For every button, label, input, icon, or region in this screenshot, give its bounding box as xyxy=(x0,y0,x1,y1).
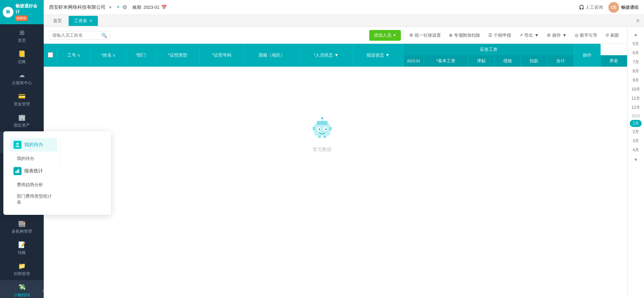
user-info[interactable]: CE 畅捷通组 xyxy=(608,2,639,13)
th-employee-id: 工号 ⇅ xyxy=(57,44,90,67)
month-1[interactable]: 1月 xyxy=(630,120,642,127)
operations-dropdown-icon: ▼ xyxy=(562,33,567,38)
month-sidebar: ▲ 5月 6月 7月 8月 9月 10月 11月 12月 2023 1月 2月 … xyxy=(627,27,644,298)
th-deduction: 扣款 xyxy=(521,55,547,67)
multi-org-icon: 🏬 xyxy=(18,220,26,227)
tab-salary[interactable]: 工资表 ✕ xyxy=(69,16,98,26)
export-button[interactable]: ↗ 导出 ▼ xyxy=(517,31,541,40)
select-all-checkbox[interactable] xyxy=(48,52,53,58)
th-pension: 养老 xyxy=(601,55,627,67)
tax-report-button[interactable]: ☰ 个税申报 xyxy=(486,31,514,40)
th-report-status: 报送状态 ▼ xyxy=(353,44,403,67)
month-6[interactable]: 6月 xyxy=(630,49,642,57)
tab-bar: 首页 工资表 ✕ ✕ xyxy=(44,15,644,27)
tax-deduction-button[interactable]: ⊕ 专项附加扣除 xyxy=(446,31,483,40)
operations-icon: ⚙ xyxy=(547,33,551,38)
sidebar-label-expense: 小畅报销 xyxy=(14,292,30,298)
topbar: 西安虾米网络科技有限公司 ▼ + ⚙ 账期 2023-01 📅 🎧 人工咨询 C… xyxy=(44,0,644,15)
th-name: *姓名 ⇅ xyxy=(90,44,126,67)
my-tasks-icon xyxy=(13,141,22,149)
guide-button[interactable]: ◎ 新手引导 xyxy=(572,31,600,40)
svg-point-5 xyxy=(325,128,327,130)
tab-salary-label: 工资表 xyxy=(74,18,87,24)
sidebar-label-multi-org: 多机构管理 xyxy=(12,229,32,234)
dropdown-arrow-icon: ▼ xyxy=(393,33,396,37)
svg-rect-6 xyxy=(313,127,315,131)
th-id-type: *证照类型 xyxy=(156,44,200,67)
guide-icon: ◎ xyxy=(575,33,578,38)
period-label: 账期 xyxy=(132,4,141,10)
content-main: 🔍 添加人员 ▼ ⚙ 统一社保设置 ⊕ xyxy=(44,27,627,298)
calendar-icon[interactable]: 📅 xyxy=(161,5,167,10)
sidebar-item-home[interactable]: ⊞ 首页 xyxy=(0,26,44,47)
add-person-button[interactable]: 添加人员 ▼ xyxy=(369,30,401,41)
popup-item-cost-trend[interactable]: 费用趋势分析 xyxy=(10,179,57,191)
add-company-button[interactable]: + xyxy=(116,4,120,11)
month-10[interactable]: 10月 xyxy=(629,85,643,94)
month-3[interactable]: 3月 xyxy=(630,137,642,145)
user-name: 畅捷通组 xyxy=(621,4,639,10)
social-security-icon: ⚙ xyxy=(409,33,413,38)
sidebar-item-archive[interactable]: 📁 归档管理 xyxy=(0,259,44,280)
popup-item-dept-cost[interactable]: 部门费用类型统计表 xyxy=(10,191,57,208)
sidebar-label-archive: 归档管理 xyxy=(14,271,30,277)
main-content: 西安虾米网络科技有限公司 ▼ + ⚙ 账期 2023-01 📅 🎧 人工咨询 C… xyxy=(44,0,644,298)
th-person-status: *人员状态 ▼ xyxy=(300,44,353,67)
app-logo[interactable]: 畅 畅捷通好会计 旗舰版 xyxy=(0,0,44,24)
month-nav-up[interactable]: ▲ xyxy=(631,30,641,39)
month-2[interactable]: 2月 xyxy=(630,128,642,136)
sidebar-item-fund[interactable]: 💳 资金管理 xyxy=(0,89,44,110)
svg-rect-8 xyxy=(318,136,321,138)
month-5[interactable]: 5月 xyxy=(630,40,642,48)
period-value: 2023-01 xyxy=(143,5,159,10)
dept-cost-label: 部门费用类型统计表 xyxy=(17,194,52,205)
popup-reports-header[interactable]: 报表统计 xyxy=(10,164,57,178)
refresh-button[interactable]: ↺ 刷新 xyxy=(603,31,622,40)
svg-rect-14 xyxy=(15,171,16,173)
svg-point-11 xyxy=(321,118,323,119)
tab-home[interactable]: 首页 xyxy=(48,16,67,26)
support-button[interactable]: 🎧 人工咨询 xyxy=(579,4,603,10)
sidebar-item-ledger[interactable]: 📒 总账 xyxy=(0,47,44,68)
sidebar-item-cloud-report[interactable]: ☁ 云报表中心 xyxy=(0,68,44,89)
content-area: 🔍 添加人员 ▼ ⚙ 统一社保设置 ⊕ xyxy=(44,27,644,298)
operations-button[interactable]: ⚙ 操作 ▼ xyxy=(544,31,569,40)
close-account-icon: 📝 xyxy=(18,241,26,249)
search-box[interactable]: 🔍 xyxy=(49,31,110,40)
sidebar-item-expense[interactable]: 💸 小畅报销 ‹ xyxy=(0,280,44,298)
th-action: 操作 xyxy=(574,44,601,67)
month-7[interactable]: 7月 xyxy=(630,58,642,66)
month-9[interactable]: 9月 xyxy=(630,76,642,85)
refresh-icon: ↺ xyxy=(605,33,609,38)
search-input[interactable] xyxy=(52,33,99,38)
add-person-label: 添加人员 xyxy=(374,32,391,38)
month-4[interactable]: 4月 xyxy=(630,146,642,154)
month-11[interactable]: 11月 xyxy=(629,94,643,103)
month-8[interactable]: 8月 xyxy=(630,67,642,75)
tax-deduction-label: 专项附加扣除 xyxy=(454,32,480,38)
popup-item-my-pending[interactable]: 我的待办 xyxy=(10,153,57,164)
company-settings-icon[interactable]: ⚙ xyxy=(122,4,127,10)
social-security-button[interactable]: ⚙ 统一社保设置 xyxy=(407,31,444,40)
reports-icon xyxy=(13,167,22,175)
cloud-icon: ☁ xyxy=(19,71,25,79)
th-id-number: *证照号码 xyxy=(200,44,244,67)
topbar-right: 🎧 人工咨询 CE 畅捷通组 xyxy=(579,2,639,13)
month-12[interactable]: 12月 xyxy=(629,103,643,112)
popup-my-tasks-header[interactable]: 我的待办 xyxy=(10,138,57,152)
month-nav-down[interactable]: ▼ xyxy=(631,155,641,164)
tab-close-all-icon[interactable]: ✕ xyxy=(636,18,640,24)
svg-rect-9 xyxy=(324,136,326,138)
th-nationality: 国籍（地区） xyxy=(244,44,300,67)
export-dropdown-icon: ▼ xyxy=(534,33,539,38)
tab-close-icon[interactable]: ✕ xyxy=(89,19,92,23)
headset-icon: 🎧 xyxy=(579,5,584,10)
app-badge: 旗舰版 xyxy=(15,15,28,21)
support-label: 人工咨询 xyxy=(585,4,603,10)
sidebar-item-close-account[interactable]: 📝 结账 xyxy=(0,238,44,259)
svg-rect-1 xyxy=(317,121,328,125)
company-dropdown-arrow[interactable]: ▼ xyxy=(108,5,112,10)
sidebar-item-multi-org[interactable]: 🏬 多机构管理 xyxy=(0,217,44,238)
sidebar-item-assets[interactable]: 🏢 固定资产 xyxy=(0,110,44,132)
svg-rect-7 xyxy=(329,127,331,131)
